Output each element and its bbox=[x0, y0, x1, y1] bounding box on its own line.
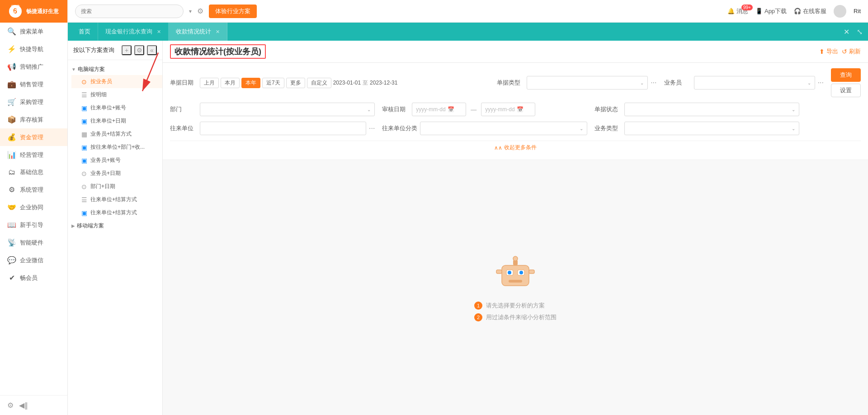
scheme-cp-account-label: 往来单位+账号 bbox=[90, 104, 126, 112]
sidebar-item-quick-nav[interactable]: ⚡ 快捷导航 bbox=[0, 40, 67, 58]
fullscreen-icon[interactable]: ⤡ bbox=[855, 26, 864, 38]
sidebar-item-marketing[interactable]: 📢 营销推广 bbox=[0, 58, 67, 75]
shortcut-custom[interactable]: 自定义 bbox=[307, 78, 331, 88]
content-area: 按以下方案查询 + ⚙ « ▼ 电脑端方案 ⊙ 按业务员 bbox=[68, 41, 868, 415]
filter-review-date: 审核日期 yyyy-mm-dd 📅 — yyyy-mm-dd 📅 bbox=[382, 103, 587, 116]
left-panel-title: 按以下方案查询 bbox=[73, 46, 119, 54]
biz-type-select[interactable]: ⌄ bbox=[624, 122, 799, 135]
sidebar-label-guide: 新手引导 bbox=[20, 221, 43, 229]
scheme-salesperson-date[interactable]: ⊙ 业务员+日期 bbox=[71, 167, 162, 180]
scheme-by-detail[interactable]: ☰ 按明细 bbox=[71, 88, 162, 101]
message-button[interactable]: 🔔 消息 99+ bbox=[727, 7, 748, 15]
scheme-cp-dept-label: 按往来单位+部门+收... bbox=[90, 143, 145, 151]
settings-footer-icon[interactable]: ⚙ bbox=[7, 401, 14, 410]
marketing-icon: 📢 bbox=[7, 62, 16, 71]
sidebar-item-system[interactable]: ⚙ 系统管理 bbox=[0, 181, 67, 198]
doc-type-select[interactable]: ⌄ bbox=[527, 76, 648, 90]
sidebar-item-sales[interactable]: 💼 销售管理 bbox=[0, 75, 67, 93]
scheme-salesperson-account[interactable]: ▣ 业务员+账号 bbox=[71, 154, 162, 167]
scheme-cp-settlement2[interactable]: ▣ 往来单位+结算方式 bbox=[71, 206, 162, 219]
sidebar-item-guide[interactable]: 📖 新手引导 bbox=[0, 216, 67, 234]
doc-type-more[interactable]: ··· bbox=[651, 79, 656, 87]
review-date-to[interactable]: yyyy-mm-dd 📅 bbox=[481, 103, 535, 116]
desktop-group-label[interactable]: ▼ 电脑端方案 bbox=[68, 64, 162, 75]
tab-receipts-close[interactable]: ✕ bbox=[216, 29, 220, 35]
salesperson-select[interactable]: ⌄ bbox=[694, 76, 815, 90]
topbar-right: 🔔 消息 99+ 📱 App下载 🎧 在线客服 Rit bbox=[727, 5, 861, 18]
collapse-more-button[interactable]: ∧∧ 收起更多条件 bbox=[494, 144, 537, 151]
tab-receipts[interactable]: 收款情况统计 ✕ bbox=[169, 23, 227, 41]
salesperson-more[interactable]: ··· bbox=[818, 79, 824, 87]
shortcut-7days[interactable]: 近7天 bbox=[262, 78, 284, 88]
sidebar-item-enterprise[interactable]: 🤝 企业协同 bbox=[0, 198, 67, 216]
scheme-counterparty-dept-receipt[interactable]: ▣ 按往来单位+部门+收... bbox=[71, 141, 162, 154]
date-range-display: 2023-01-01 至 2023-12-31 bbox=[333, 79, 398, 87]
dept-date-icon: ⊙ bbox=[80, 183, 88, 190]
svg-rect-0 bbox=[502, 265, 529, 286]
online-service-button[interactable]: 🎧 在线客服 bbox=[794, 7, 826, 15]
sidebar-item-smart-hw[interactable]: 📡 智能硬件 bbox=[0, 234, 67, 251]
filter-biz-type: 业务类型 ⌄ bbox=[594, 122, 799, 135]
tab-home[interactable]: 首页 bbox=[71, 23, 98, 41]
set-button[interactable]: 设置 bbox=[831, 84, 861, 97]
shortcut-this-year[interactable]: 本年 bbox=[241, 78, 260, 88]
sidebar-item-purchase[interactable]: 🛒 采购管理 bbox=[0, 93, 67, 111]
date-filter-control: 上月 本月 本年 近7天 更多 自定义 2023-01-01 至 2023-12… bbox=[200, 78, 490, 88]
scheme-counterparty-date[interactable]: ▣ 往来单位+日期 bbox=[71, 114, 162, 127]
scheme-settings-button[interactable]: ⚙ bbox=[134, 45, 144, 55]
trial-button[interactable]: 体验行业方案 bbox=[209, 5, 257, 18]
tab-bank-flow[interactable]: 现金银行流水查询 ✕ bbox=[98, 23, 169, 41]
shortcut-this-month[interactable]: 本月 bbox=[221, 78, 240, 88]
sidebar-item-base-info[interactable]: 🗂 基础信息 bbox=[0, 164, 67, 181]
biz-type-label: 业务类型 bbox=[594, 124, 622, 132]
collapse-section: ∧∧ 收起更多条件 bbox=[170, 141, 861, 154]
svg-rect-8 bbox=[496, 270, 502, 274]
sidebar-item-operations[interactable]: 📊 经营管理 bbox=[0, 146, 67, 164]
scheme-salesperson-settlement[interactable]: ▦ 业务员+结算方式 bbox=[71, 127, 162, 141]
doc-type-arrow: ⌄ bbox=[640, 80, 644, 85]
scheme-by-salesperson[interactable]: ⊙ 按业务员 bbox=[71, 75, 162, 88]
query-button[interactable]: 查询 bbox=[831, 68, 861, 82]
sidebar-label-system: 系统管理 bbox=[20, 186, 43, 194]
scheme-cp-settlement1[interactable]: ☰ 往来单位+结算方式 bbox=[71, 193, 162, 206]
scheme-counterparty-account[interactable]: ▣ 往来单位+账号 bbox=[71, 101, 162, 114]
topbar-gear-icon[interactable]: ⚙ bbox=[197, 7, 203, 15]
edition-tag: 标准版 bbox=[11, 4, 22, 17]
shortcut-more[interactable]: 更多 bbox=[286, 78, 305, 88]
doc-status-select[interactable]: ⌄ bbox=[624, 103, 799, 116]
sidebar-item-inventory[interactable]: 📦 库存核算 bbox=[0, 111, 67, 128]
page-actions: ⬆ 导出 ↺ 刷新 bbox=[819, 47, 861, 56]
sidebar-item-finance[interactable]: 💰 资金管理 bbox=[0, 128, 67, 146]
svg-point-4 bbox=[519, 271, 523, 274]
sidebar-logo: 6 标准版 畅捷通好生意 bbox=[0, 0, 67, 23]
topbar-search-input[interactable] bbox=[75, 5, 184, 18]
app-download-button[interactable]: 📱 App下载 bbox=[755, 7, 787, 15]
desktop-group-arrow: ▼ bbox=[71, 67, 76, 72]
collapse-panel-button[interactable]: « bbox=[147, 45, 157, 55]
add-scheme-button[interactable]: + bbox=[122, 45, 132, 55]
export-button[interactable]: ⬆ 导出 bbox=[819, 47, 838, 56]
collapse-sidebar-icon[interactable]: ◀‖ bbox=[19, 401, 28, 410]
topbar-dropdown-arrow[interactable]: ▾ bbox=[189, 8, 192, 14]
tabbar-right: ✕ ⤡ bbox=[842, 26, 864, 38]
dept-select[interactable]: ⌄ bbox=[200, 103, 375, 116]
tab-bank-flow-close[interactable]: ✕ bbox=[157, 29, 161, 35]
sidebar-item-wechat[interactable]: 💬 企业微信 bbox=[0, 251, 67, 269]
inventory-icon: 📦 bbox=[7, 115, 16, 124]
cp-class-arrow: ⌄ bbox=[580, 126, 583, 131]
review-date-from[interactable]: yyyy-mm-dd 📅 bbox=[412, 103, 466, 116]
sidebar-item-search-menu[interactable]: 🔍 搜索菜单 bbox=[0, 23, 67, 40]
cp-class-select[interactable]: ⌄ bbox=[420, 122, 587, 135]
mobile-group-label[interactable]: ▶ 移动端方案 bbox=[68, 219, 162, 232]
cp-dept-receipt-icon: ▣ bbox=[80, 144, 88, 151]
counterparty-more[interactable]: ··· bbox=[369, 124, 375, 132]
refresh-button[interactable]: ↺ 刷新 bbox=[842, 47, 861, 56]
close-all-tabs-icon[interactable]: ✕ bbox=[842, 26, 851, 38]
sidebar-item-member[interactable]: ✔ 畅会员 bbox=[0, 269, 67, 287]
review-date-label: 审核日期 bbox=[382, 105, 409, 113]
scheme-dept-date[interactable]: ⊙ 部门+日期 bbox=[71, 180, 162, 193]
shortcut-last-month[interactable]: 上月 bbox=[200, 78, 219, 88]
step-2: 2 用过滤条件来缩小分析范围 bbox=[474, 311, 557, 323]
counterparty-select[interactable] bbox=[200, 122, 366, 135]
scheme-salesperson-label: 按业务员 bbox=[90, 78, 112, 85]
